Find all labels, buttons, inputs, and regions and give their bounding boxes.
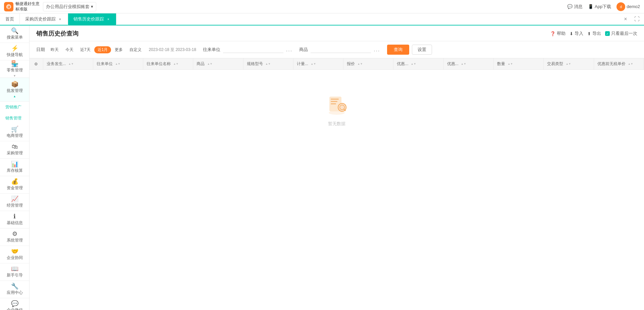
partner-dots[interactable]: ... <box>286 47 292 53</box>
date-range-text: 2023-02-18 至 2023-03-18 <box>149 47 196 53</box>
sidebar-section-wholesale: 📦 批发管理 ▴ 营销推广 销售管理 <box>0 78 29 124</box>
chevron-down-icon: ▾ <box>91 4 93 9</box>
export-icon: ⬆ <box>587 31 591 36</box>
table-col-settings[interactable]: ⚙ <box>30 58 43 70</box>
sidebar-item-retail[interactable]: 🏪 零售管理 ▾ <box>0 60 29 78</box>
date-btn-7days[interactable]: 近7天 <box>77 46 94 54</box>
tab-close-purchase[interactable]: × <box>58 17 62 21</box>
sidebar-item-system[interactable]: ⚙ 系统管理 <box>0 228 29 246</box>
filter-section: 日期 昨天 今天 近7天 近1月 更多 自定义 2023-02-18 至 202… <box>30 41 644 58</box>
sidebar-item-beginner-guide[interactable]: 📖 新手引导 <box>0 263 29 281</box>
message-button[interactable]: 💬 消息 <box>567 4 583 10</box>
wechat-icon: 💬 <box>11 301 18 307</box>
collab-icon: 🤝 <box>11 248 18 254</box>
sort-icon: ▲▼ <box>461 63 466 65</box>
date-btn-custom[interactable]: 自定义 <box>126 46 145 54</box>
avatar: d <box>616 2 625 11</box>
system-icon: ⚙ <box>12 231 17 237</box>
import-button[interactable]: ⬇ 导入 <box>570 31 583 37</box>
sidebar-item-ecommerce[interactable]: 🛒 电商管理 <box>0 124 29 141</box>
table-col-business-date[interactable]: 业务发生... ▲▼ <box>43 58 93 70</box>
finance-icon: 💰 <box>11 178 18 185</box>
query-button[interactable]: 查询 <box>387 45 409 55</box>
sort-icon: ▲▼ <box>173 63 178 65</box>
filter-row-1: 日期 昨天 今天 近7天 近1月 更多 自定义 2023-02-18 至 202… <box>36 45 637 55</box>
goods-dots[interactable]: ... <box>374 47 380 53</box>
sort-icon: ▲▼ <box>207 63 213 65</box>
date-btn-today[interactable]: 今天 <box>62 46 76 54</box>
topbar-left: 捷 畅捷通好生意 标准版 办公用品行业模拟账套 ▾ <box>4 1 96 12</box>
table-col-discount1[interactable]: 优惠... ▲▼ <box>393 58 443 70</box>
inventory-icon: 📊 <box>11 161 18 167</box>
app-center-icon: 🔧 <box>11 283 18 289</box>
tab-home[interactable]: 首页 <box>0 13 20 25</box>
export-button[interactable]: ⬆ 导出 <box>587 31 601 37</box>
sidebar-item-search[interactable]: 🔍 搜索菜单 <box>0 25 29 43</box>
table-col-trade-type[interactable]: 交易类型 ▲▼ <box>544 58 594 70</box>
ecommerce-icon: 🛒 <box>11 126 18 132</box>
tab-purchase-history[interactable]: 采购历史价跟踪 × <box>20 13 68 25</box>
help-icon: ❓ <box>550 31 555 36</box>
svg-text:捷: 捷 <box>7 5 11 8</box>
help-button[interactable]: ❓ 帮助 <box>550 31 566 37</box>
main-layout: 🔍 搜索菜单 ⚡ 快捷导航 🏪 零售管理 ▾ 📦 批发管理 ▴ 营销推广 销售管… <box>0 25 644 310</box>
sidebar-item-operations[interactable]: 📈 经营管理 <box>0 194 29 211</box>
date-btn-1month[interactable]: 近1月 <box>94 46 111 53</box>
app-download-button[interactable]: 📱 App下载 <box>588 4 611 10</box>
date-filter-group: 日期 昨天 今天 近7天 近1月 更多 自定义 2023-02-18 至 202… <box>36 46 196 54</box>
sort-icon: ▲▼ <box>507 63 513 65</box>
page-title: 销售历史价查询 <box>36 30 78 38</box>
wholesale-icon: 📦 <box>11 81 18 87</box>
sidebar-item-inventory[interactable]: 📊 库存核算 <box>0 159 29 176</box>
sidebar-item-enterprise-collab[interactable]: 🤝 企业协同 <box>0 246 29 263</box>
sort-icon: ▲▼ <box>265 63 271 65</box>
empty-icon <box>323 90 350 117</box>
import-icon: ⬇ <box>570 31 573 36</box>
sidebar-item-finance[interactable]: 💰 资金管理 <box>0 176 29 194</box>
table-col-unit[interactable]: 计量... ▲▼ <box>293 58 343 70</box>
date-btn-yesterday[interactable]: 昨天 <box>48 46 62 54</box>
goods-input[interactable] <box>311 46 371 53</box>
tabbar: 首页 采购历史价跟踪 × 销售历史价跟踪 × × ⛶ <box>0 13 644 25</box>
operations-icon: 📈 <box>11 196 18 202</box>
partner-label: 往来单位 <box>203 47 220 53</box>
window-close-button[interactable]: × <box>621 15 630 23</box>
only-last-toggle[interactable]: 只看最后一次 <box>605 31 637 37</box>
table-col-partner-code[interactable]: 往来单位 ▲▼ <box>93 58 143 70</box>
date-btn-more[interactable]: 更多 <box>112 46 126 54</box>
empty-state: 暂无数据 <box>30 70 644 147</box>
settings-button[interactable]: 设置 <box>412 45 432 55</box>
app-selector[interactable]: 办公用品行业模拟账套 ▾ <box>43 2 96 11</box>
message-icon: 💬 <box>567 4 573 9</box>
table-col-discount2[interactable]: 优惠... ▲▼ <box>443 58 493 70</box>
table-col-goods[interactable]: 商品 ▲▼ <box>193 58 243 70</box>
btn-area: 查询 设置 <box>387 45 432 55</box>
table-col-price[interactable]: 报价 ▲▼ <box>343 58 393 70</box>
sidebar-item-app-center[interactable]: 🔧 应用中心 <box>0 281 29 298</box>
quicknav-icon: ⚡ <box>11 45 18 51</box>
table-col-pretax-price[interactable]: 优惠前无税单价 ▲▼ <box>594 58 644 70</box>
table-col-qty[interactable]: 数量 ▲▼ <box>494 58 544 70</box>
chevron-up-icon: ▴ <box>14 94 15 98</box>
sidebar-item-basic-info[interactable]: ℹ 基础信息 <box>0 211 29 228</box>
table-col-partner-name[interactable]: 往来单位名称 ▲▼ <box>143 58 193 70</box>
basic-info-icon: ℹ <box>13 213 16 219</box>
tab-sales-history[interactable]: 销售历史价跟踪 × <box>68 13 116 25</box>
sidebar-item-quick-nav[interactable]: ⚡ 快捷导航 <box>0 43 29 60</box>
sidebar-sub-marketing[interactable]: 营销推广 <box>0 102 29 113</box>
sidebar-sub-sales[interactable]: 销售管理 <box>0 113 29 124</box>
window-maximize-button[interactable]: ⛶ <box>633 15 641 23</box>
table-col-spec[interactable]: 规格型号 ▲▼ <box>243 58 293 70</box>
only-last-checkbox <box>605 31 610 36</box>
sidebar-item-wholesale[interactable]: 📦 批发管理 ▴ <box>0 78 29 102</box>
user-menu[interactable]: d demo2 <box>616 2 640 11</box>
sidebar-item-purchase[interactable]: 🛍 采购管理 <box>0 141 29 159</box>
search-icon: 🔍 <box>11 28 18 34</box>
topbar: 捷 畅捷通好生意 标准版 办公用品行业模拟账套 ▾ 💬 消息 📱 App下载 d… <box>0 0 644 13</box>
data-table: ⚙ 业务发生... ▲▼ 往来单位 ▲▼ 往来单位名称 ▲▼ <box>30 58 644 147</box>
tab-close-sales[interactable]: × <box>106 17 111 21</box>
partner-input[interactable] <box>223 46 283 53</box>
sidebar-item-enterprise-wechat[interactable]: 💬 企业微信 <box>0 298 29 310</box>
download-icon: 📱 <box>588 4 593 9</box>
date-label: 日期 <box>36 47 45 53</box>
